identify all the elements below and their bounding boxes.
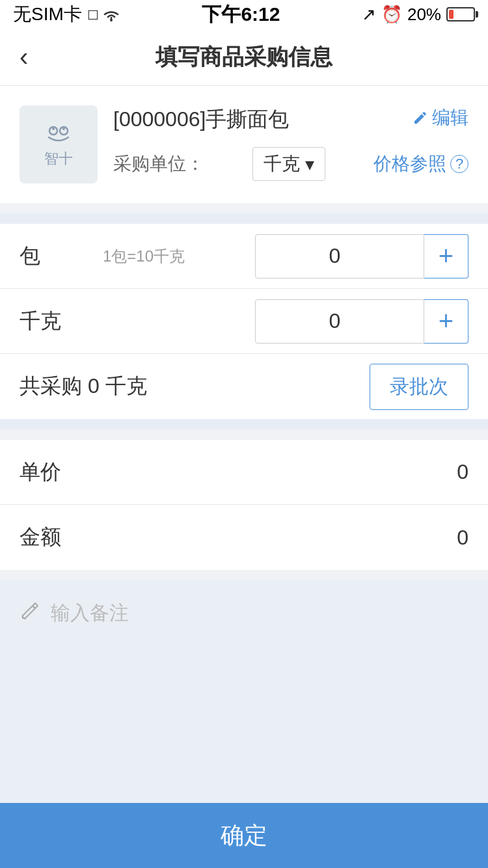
svg-point-3	[52, 128, 55, 130]
bag-sub-label: 1包=10千克	[103, 246, 185, 267]
bag-label: 包	[20, 242, 98, 271]
location-icon: ↗	[362, 5, 376, 25]
section-divider-2	[0, 419, 488, 429]
battery-percent: 20%	[407, 5, 441, 25]
confirm-button[interactable]: 确定	[0, 803, 488, 868]
kg-label: 千克	[20, 307, 98, 336]
notes-placeholder: 输入备注	[51, 600, 129, 627]
product-card: 智十 [0000006]手撕面包 编辑 采购单位： 千克 ▾ 价格参照	[0, 86, 488, 203]
wifi-icon: □	[88, 5, 120, 23]
svg-point-4	[62, 128, 65, 130]
unit-price-label: 单价	[20, 458, 61, 487]
kg-plus-button[interactable]: +	[424, 299, 468, 344]
bag-input-right: +	[255, 234, 468, 278]
product-info: [0000006]手撕面包 编辑 采购单位： 千克 ▾ 价格参照 ?	[113, 105, 468, 181]
battery-icon	[446, 7, 475, 21]
unit-select[interactable]: 千克 ▾	[252, 147, 325, 181]
section-divider-1	[0, 213, 488, 224]
owl-logo-text: 智十	[44, 149, 73, 169]
bag-plus-button[interactable]: +	[424, 234, 468, 278]
price-ref-button[interactable]: 价格参照 ?	[373, 152, 468, 176]
svg-point-0	[110, 19, 113, 21]
dropdown-icon: ▾	[305, 154, 314, 175]
kg-input-row: 千克 +	[0, 289, 488, 354]
unit-price-row: 单价 0	[0, 440, 488, 505]
kg-input-right: +	[255, 299, 468, 344]
unit-price-value: 0	[457, 460, 468, 484]
bag-quantity-input[interactable]	[255, 234, 424, 278]
status-bar: 无SIM卡 □ 下午6:12 ↗ ⏰ 20%	[0, 0, 488, 29]
page-title: 填写商品采购信息	[156, 42, 332, 72]
summary-text: 共采购 0 千克	[20, 372, 147, 401]
pencil-icon	[20, 601, 40, 627]
amount-value: 0	[457, 526, 468, 550]
price-section: 单价 0 金额 0	[0, 440, 488, 570]
unit-label: 采购单位：	[113, 152, 204, 176]
back-button[interactable]: ‹	[20, 42, 28, 72]
nav-bar: ‹ 填写商品采购信息	[0, 29, 488, 86]
amount-row: 金额 0	[0, 505, 488, 570]
product-name: [0000006]手撕面包	[113, 105, 289, 134]
notes-section[interactable]: 输入备注	[0, 580, 488, 646]
status-right: ↗ ⏰ 20%	[362, 5, 475, 25]
product-unit-row: 采购单位： 千克 ▾ 价格参照 ?	[113, 147, 468, 181]
status-left: 无SIM卡 □	[13, 2, 120, 27]
edit-button[interactable]: 编辑	[413, 105, 468, 130]
carrier-label: 无SIM卡	[13, 2, 82, 27]
summary-row: 共采购 0 千克 录批次	[0, 354, 488, 419]
alarm-icon: ⏰	[381, 5, 402, 25]
product-header: [0000006]手撕面包 编辑	[113, 105, 468, 134]
batch-button[interactable]: 录批次	[370, 364, 468, 410]
input-section: 包 1包=10千克 + 千克 + 共采购 0 千克 录批次	[0, 224, 488, 419]
kg-quantity-input[interactable]	[255, 299, 424, 344]
product-image: 智十	[20, 105, 98, 183]
bag-input-row: 包 1包=10千克 +	[0, 224, 488, 289]
status-time: 下午6:12	[202, 1, 280, 28]
amount-label: 金额	[20, 523, 61, 552]
price-ref-help-icon: ?	[450, 155, 468, 173]
